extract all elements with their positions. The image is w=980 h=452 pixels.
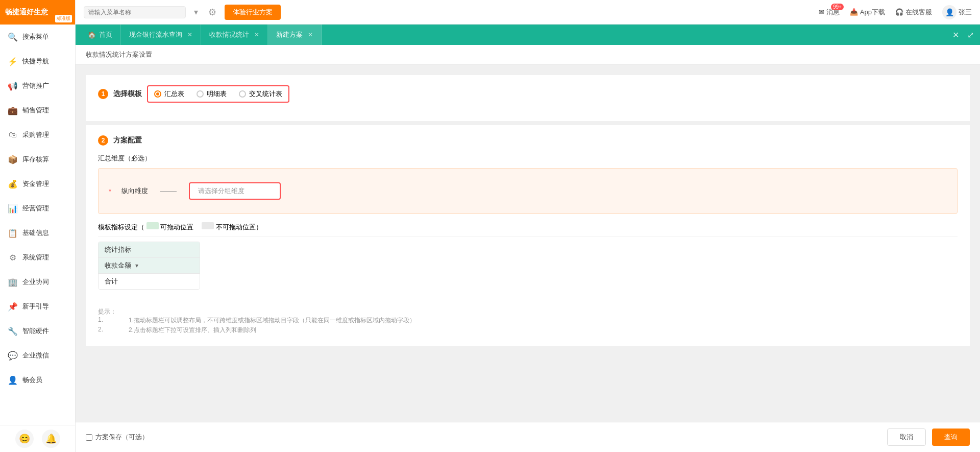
stats-table-row[interactable]: 收款金额 ▾ xyxy=(99,258,200,273)
user-name: 张三 xyxy=(959,8,972,17)
sidebar-notification[interactable]: 🔔 xyxy=(42,430,60,448)
tips-item-2: 2.点击标题栏下拉可设置排序、插入列和删除列 xyxy=(98,326,958,335)
main-area: ▾ ⚙ 体验行业方案 ✉ 消息 99+ 📥 App下载 🎧 在线客服 👤 张三 xyxy=(76,0,980,452)
finance-icon: 💰 xyxy=(8,179,17,188)
corp-icon: 🏢 xyxy=(8,277,17,287)
management-icon: 📊 xyxy=(8,204,17,213)
sidebar-item-management[interactable]: 📊 经营管理 xyxy=(0,196,75,221)
tab-expand-icon[interactable]: ⤢ xyxy=(965,28,976,42)
dropdown-icon[interactable]: ▾ xyxy=(194,7,198,17)
tab-bar: 🏠 首页 现金银行流水查询 ✕ 收款情况统计 ✕ 新建方案 ✕ ✕ ⤢ xyxy=(76,25,980,45)
sidebar-item-hardware[interactable]: 🔧 智能硬件 xyxy=(0,319,75,343)
sidebar-item-label: 快捷导航 xyxy=(22,57,49,66)
sidebar-item-label: 销售管理 xyxy=(22,106,49,115)
tips-item-1: 1.拖动标题栏可以调整布局，不可跨维度或指标区域拖动目字段（只能在同一维度或指标… xyxy=(98,316,958,325)
tab-cash-flow-close[interactable]: ✕ xyxy=(187,31,192,38)
download-item[interactable]: 📥 App下载 xyxy=(850,8,885,17)
save-option[interactable]: 方案保存（可选） xyxy=(86,433,149,442)
sidebar-item-stock[interactable]: 📦 库存核算 xyxy=(0,147,75,172)
radio-summary-label: 汇总表 xyxy=(164,89,184,99)
sidebar-item-label: 采购管理 xyxy=(22,130,49,139)
indicators-header: 模板指标设定（ 可拖动位置 不可拖动位置） xyxy=(98,222,958,236)
sidebar-item-label: 新手引导 xyxy=(22,302,49,311)
section2-num: 2 xyxy=(98,135,108,146)
sidebar-item-label: 基础信息 xyxy=(22,228,49,237)
tab-close-all-icon[interactable]: ✕ xyxy=(950,28,961,42)
sidebar-item-label: 经营管理 xyxy=(22,204,49,213)
sidebar-item-marketing[interactable]: 📢 营销推广 xyxy=(0,74,75,98)
cancel-button[interactable]: 取消 xyxy=(887,429,926,446)
sidebar-item-wechat[interactable]: 💬 企业微信 xyxy=(0,343,75,368)
sidebar-logo: 畅捷通好生意 标准版 xyxy=(0,0,75,25)
vertical-dim-label: 纵向维度 xyxy=(121,186,148,196)
section-template: 1 选择模板 汇总表 明细表 交叉统计表 xyxy=(86,75,970,121)
search-input[interactable] xyxy=(84,6,186,18)
sidebar-item-search-menu[interactable]: 🔍 搜索菜单 xyxy=(0,25,75,49)
save-checkbox[interactable] xyxy=(86,434,92,441)
quick-nav-icon: ⚡ xyxy=(8,57,17,66)
sidebar-item-quick-nav[interactable]: ⚡ 快捷导航 xyxy=(0,49,75,74)
section1-num: 1 xyxy=(98,89,108,99)
purchase-icon: 🛍 xyxy=(8,130,17,139)
tab-home[interactable]: 🏠 首页 xyxy=(80,25,121,45)
message-icon: ✉ xyxy=(819,8,824,16)
sidebar-item-corp[interactable]: 🏢 企业协同 xyxy=(0,270,75,294)
notification-badge: 99+ xyxy=(831,4,844,10)
sidebar-item-label: 企业协同 xyxy=(22,277,49,287)
page-header-title: 收款情况统计方案设置 xyxy=(86,51,152,58)
draggable-legend-box xyxy=(146,222,159,229)
marketing-icon: 📢 xyxy=(8,81,17,90)
radio-detail-label: 明细表 xyxy=(207,89,227,99)
tab-cash-flow[interactable]: 现金银行流水查询 ✕ xyxy=(121,25,201,45)
template-options: 汇总表 明细表 交叉统计表 xyxy=(147,85,289,103)
service-item[interactable]: 🎧 在线客服 xyxy=(895,8,932,17)
sidebar-item-finance[interactable]: 💰 资金管理 xyxy=(0,172,75,196)
tab-bar-actions: ✕ ⤢ xyxy=(950,28,976,42)
search-menu-icon: 🔍 xyxy=(8,32,17,41)
tab-new-plan-close[interactable]: ✕ xyxy=(308,31,313,38)
member-icon: 👤 xyxy=(8,375,17,385)
message-item[interactable]: ✉ 消息 99+ xyxy=(819,8,840,17)
system-icon: ⚙ xyxy=(8,253,17,262)
sidebar-bottom: 😊 🔔 xyxy=(0,425,75,452)
sidebar-item-label: 库存核算 xyxy=(22,155,49,164)
tab-receipt-stats-close[interactable]: ✕ xyxy=(254,31,259,38)
sidebar-item-system[interactable]: ⚙ 系统管理 xyxy=(0,245,75,270)
sidebar-item-label: 企业微信 xyxy=(22,351,49,360)
stats-table-header: 统计指标 xyxy=(99,242,200,258)
sidebar-avatar[interactable]: 😊 xyxy=(15,430,34,448)
sidebar: 畅捷通好生意 标准版 🔍 搜索菜单 ⚡ 快捷导航 📢 营销推广 💼 销售管理 🛍… xyxy=(0,0,76,452)
radio-detail[interactable]: 明细表 xyxy=(197,89,227,99)
stats-dropdown-icon[interactable]: ▾ xyxy=(135,262,138,269)
tab-new-plan[interactable]: 新建方案 ✕ xyxy=(268,25,322,45)
service-label: 在线客服 xyxy=(905,8,932,17)
summary-dim-title: 汇总维度（必选） xyxy=(98,154,958,163)
sidebar-item-label: 智能硬件 xyxy=(22,326,49,336)
sidebar-item-label: 畅会员 xyxy=(22,375,42,385)
query-button[interactable]: 查询 xyxy=(932,429,970,446)
sidebar-item-label: 系统管理 xyxy=(22,253,49,262)
tab-new-plan-label: 新建方案 xyxy=(276,30,303,39)
trial-button[interactable]: 体验行业方案 xyxy=(225,5,281,20)
tab-receipt-stats[interactable]: 收款情况统计 ✕ xyxy=(201,25,268,45)
radio-cross[interactable]: 交叉统计表 xyxy=(239,89,282,99)
user-info[interactable]: 👤 张三 xyxy=(942,5,972,19)
sidebar-logo-badge: 标准版 xyxy=(55,15,72,22)
required-mark: * xyxy=(109,187,111,195)
sidebar-item-label: 搜索菜单 xyxy=(22,32,49,41)
sidebar-item-label: 资金管理 xyxy=(22,179,49,188)
tips-section: 提示： 1.拖动标题栏可以调整布局，不可跨维度或指标区域拖动目字段（只能在同一维… xyxy=(98,299,958,335)
user-avatar: 👤 xyxy=(942,5,957,19)
basic-icon: 📋 xyxy=(8,228,17,237)
settings-icon[interactable]: ⚙ xyxy=(208,7,216,18)
dimension-select[interactable]: 请选择分组维度 xyxy=(189,182,281,200)
sidebar-item-guide[interactable]: 📌 新手引导 xyxy=(0,294,75,319)
bottom-bar: 方案保存（可选） 取消 查询 xyxy=(76,422,980,452)
radio-summary[interactable]: 汇总表 xyxy=(154,89,184,99)
sidebar-item-sales[interactable]: 💼 销售管理 xyxy=(0,98,75,123)
sidebar-item-basic[interactable]: 📋 基础信息 xyxy=(0,221,75,245)
dimension-area: * 纵向维度 —— 请选择分组维度 xyxy=(98,168,958,214)
sidebar-item-purchase[interactable]: 🛍 采购管理 xyxy=(0,123,75,147)
sidebar-item-member[interactable]: 👤 畅会员 xyxy=(0,368,75,392)
section2-label: 方案配置 xyxy=(113,136,142,145)
